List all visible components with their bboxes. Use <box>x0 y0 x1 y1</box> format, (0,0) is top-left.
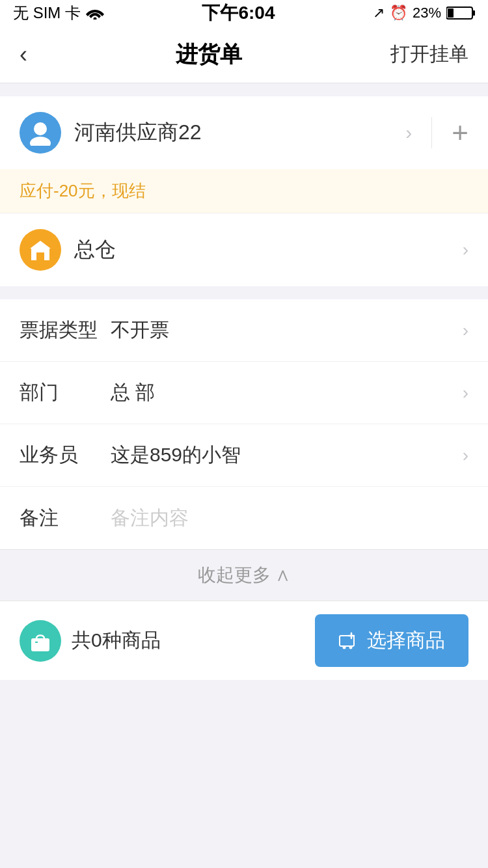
department-value: 总 部 <box>98 379 463 406</box>
invoice-type-chevron-icon: › <box>463 320 468 341</box>
salesperson-label: 业务员 <box>20 442 98 468</box>
warehouse-row[interactable]: 总仓 › <box>0 213 488 286</box>
supplier-chevron-icon: › <box>405 122 412 144</box>
svg-point-10 <box>343 645 346 649</box>
battery-text: 23% <box>413 5 441 21</box>
collapse-label: 收起更多 ∧ <box>198 563 291 588</box>
battery-icon <box>446 6 475 20</box>
status-bar: 无 SIM 卡 下午6:04 ↗ ⏰ 23% <box>0 0 488 26</box>
supplier-section: 河南供应商22 › + 应付-20元，现结 总仓 › <box>0 96 488 286</box>
warehouse-chevron-icon: › <box>463 239 468 260</box>
notice-bar: 应付-20元，现结 <box>0 169 488 213</box>
salesperson-chevron-icon: › <box>463 445 468 466</box>
salesperson-row[interactable]: 业务员 这是859的小智 › <box>0 424 488 487</box>
bottom-bar: 共0种商品 选择商品 <box>0 601 488 680</box>
warehouse-name: 总仓 <box>74 236 463 264</box>
page-title: 进货单 <box>176 40 242 70</box>
salesperson-value: 这是859的小智 <box>98 442 463 468</box>
person-icon <box>27 120 53 146</box>
alarm-icon: ⏰ <box>390 5 407 21</box>
wifi-icon <box>86 7 104 20</box>
department-label: 部门 <box>20 379 98 406</box>
product-count: 共0种商品 <box>72 627 161 654</box>
svg-point-11 <box>349 645 353 649</box>
bag-icon <box>29 629 52 653</box>
svg-rect-8 <box>31 638 49 651</box>
svg-rect-3 <box>448 8 454 18</box>
bottom-left: 共0种商品 <box>20 620 161 662</box>
collapse-row[interactable]: 收起更多 ∧ <box>0 549 488 601</box>
house-icon <box>29 238 52 262</box>
back-button[interactable]: ‹ <box>20 41 27 68</box>
svg-point-0 <box>94 18 97 20</box>
supplier-avatar <box>20 112 61 154</box>
remark-placeholder: 备注内容 <box>98 505 468 532</box>
gray-fill-area <box>0 680 488 868</box>
nav-bar: ‹ 进货单 打开挂单 <box>0 26 488 83</box>
status-time: 下午6:04 <box>202 1 275 25</box>
warehouse-icon <box>20 229 61 271</box>
product-icon <box>20 620 61 662</box>
add-button[interactable]: + <box>452 118 468 147</box>
supplier-name: 河南供应商22 <box>74 118 405 147</box>
invoice-type-row[interactable]: 票据类型 不开票 › <box>0 299 488 362</box>
select-product-button[interactable]: 选择商品 <box>315 614 468 667</box>
department-row[interactable]: 部门 总 部 › <box>0 362 488 424</box>
status-right: ↗ ⏰ 23% <box>373 5 475 21</box>
location-icon: ↗ <box>373 5 385 21</box>
vertical-divider <box>431 117 432 148</box>
remark-row[interactable]: 备注 备注内容 <box>0 487 488 549</box>
section-gap-1 <box>0 83 488 96</box>
remark-label: 备注 <box>20 505 98 532</box>
supplier-row[interactable]: 河南供应商22 › + <box>0 96 488 169</box>
department-chevron-icon: › <box>463 383 468 403</box>
svg-point-4 <box>34 122 47 135</box>
svg-rect-2 <box>472 10 475 16</box>
svg-rect-7 <box>36 252 44 260</box>
status-left: 无 SIM 卡 <box>13 3 104 23</box>
notice-text: 应付-20元，现结 <box>20 181 146 200</box>
svg-point-5 <box>30 137 51 146</box>
invoice-type-label: 票据类型 <box>20 317 98 344</box>
signal-text: 无 SIM 卡 <box>13 3 81 23</box>
form-section: 票据类型 不开票 › 部门 总 部 › 业务员 这是859的小智 › 备注 备注… <box>0 299 488 549</box>
open-pending-button[interactable]: 打开挂单 <box>390 41 468 68</box>
cart-add-icon <box>338 631 359 651</box>
invoice-type-value: 不开票 <box>98 317 463 344</box>
select-product-label: 选择商品 <box>367 627 445 654</box>
